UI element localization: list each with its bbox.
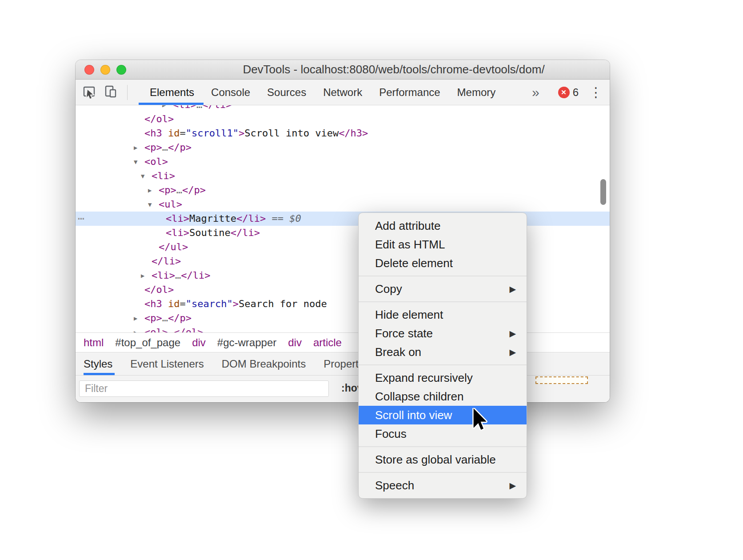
menu-item-scroll-into-view[interactable]: Scroll into view (359, 406, 527, 424)
code-token: … (162, 142, 168, 153)
tree-row[interactable]: ▶<p>…</p> (76, 183, 610, 197)
menu-item-speech[interactable]: Speech▶ (359, 476, 527, 495)
disclosure-expanded-icon[interactable]: ▼ (141, 169, 144, 183)
menu-separator (359, 472, 527, 473)
disclosure-collapsed-icon[interactable]: ▶ (162, 105, 166, 112)
more-dots-indicator[interactable]: ⋯ (78, 212, 83, 226)
devtools-menu-button[interactable]: ⋮ (586, 84, 606, 100)
code-token: </p> (168, 312, 192, 324)
code-token: Scroll into view (244, 128, 339, 139)
menu-item-edit-as-html[interactable]: Edit as HTML (359, 235, 527, 254)
code-token: </ol> (144, 284, 174, 295)
sidebar-tab-event-listeners[interactable]: Event Listeners (130, 358, 204, 370)
menu-item-expand-recursively[interactable]: Expand recursively (359, 368, 527, 387)
close-button[interactable] (84, 65, 94, 75)
code-token: </ul> (159, 241, 188, 252)
breadcrumb: html#top_of_pagediv#gc-wrapperdivarticle (76, 332, 610, 352)
code-token: Soutine (189, 227, 231, 238)
tree-row[interactable]: ▼<ol> (76, 155, 610, 169)
menu-item-collapse-children[interactable]: Collapse children (359, 387, 527, 406)
tree-row[interactable]: <li>Soutine</li> (76, 226, 610, 240)
minimize-button[interactable] (100, 65, 110, 75)
tree-row[interactable]: </ul> (76, 240, 610, 254)
tab-network[interactable]: Network (323, 80, 362, 105)
inspect-element-button[interactable] (82, 85, 97, 100)
titlebar[interactable]: DevTools - localhost:8080/web/tools/chro… (76, 60, 610, 80)
tree-row[interactable]: <h3 id="scroll1">Scroll into view</h3> (76, 126, 610, 140)
tree-row[interactable]: ▶<p>…</p> (76, 140, 610, 155)
tree-row[interactable]: ▶<li>…</li> (76, 268, 610, 283)
code-token: = (180, 298, 185, 309)
window-title: DevTools - localhost:8080/web/tools/chro… (76, 60, 610, 79)
tab-sources[interactable]: Sources (267, 80, 306, 105)
breadcrumb-div[interactable]: div (288, 336, 302, 349)
code-token: <p> (144, 312, 162, 324)
code-token: <ol> (144, 327, 168, 332)
vertical-scrollbar-thumb[interactable] (600, 179, 606, 205)
sidebar-tab-styles[interactable]: Styles (84, 358, 112, 370)
code-token: … (196, 105, 202, 110)
tree-row[interactable]: </li> (76, 254, 610, 268)
tab-elements[interactable]: Elements (150, 80, 194, 105)
tree-row[interactable]: <h3 id="search">Search for node (76, 297, 610, 311)
context-menu: Add attributeEdit as HTMLDelete elementC… (358, 212, 527, 499)
breadcrumb-div[interactable]: div (192, 336, 206, 349)
submenu-arrow-icon: ▶ (509, 324, 516, 343)
sidebar-tab-dom-breakpoints[interactable]: DOM Breakpoints (222, 358, 306, 370)
tab-memory[interactable]: Memory (457, 80, 496, 105)
toggle-device-toolbar-button[interactable] (103, 85, 118, 100)
code-token: </li> (231, 227, 260, 238)
disclosure-expanded-icon[interactable]: ▼ (134, 155, 137, 169)
disclosure-collapsed-icon[interactable]: ▶ (148, 183, 152, 197)
menu-item-hide-element[interactable]: Hide element (359, 305, 527, 324)
menu-item-label: Store as global variable (375, 453, 496, 466)
code-token: </p> (168, 142, 192, 153)
error-count: 6 (573, 86, 579, 99)
tree-row[interactable]: ▶<li>…</li> (76, 105, 610, 112)
tree-row[interactable]: ▶<ol>…</ol> (76, 325, 610, 332)
menu-item-store-as-global-variable[interactable]: Store as global variable (359, 450, 527, 469)
code-token: <ol> (144, 156, 168, 167)
code-token: <h3 (144, 128, 168, 139)
menu-separator (359, 276, 527, 276)
menu-item-break-on[interactable]: Break on▶ (359, 343, 527, 361)
disclosure-collapsed-icon[interactable]: ▶ (134, 325, 137, 332)
breadcrumb-article[interactable]: article (313, 336, 342, 349)
console-error-badge[interactable]: ✕ 6 (558, 86, 579, 99)
menu-item-label: Break on (375, 345, 421, 359)
zoom-button[interactable] (116, 65, 126, 75)
tree-row[interactable]: ▶<p>…</p> (76, 311, 610, 325)
tree-row[interactable]: </ol> (76, 283, 610, 297)
menu-item-add-attribute[interactable]: Add attribute (359, 216, 527, 235)
tree-row[interactable]: </ol> (76, 112, 610, 126)
disclosure-collapsed-icon[interactable]: ▶ (134, 140, 137, 155)
code-token: == (266, 213, 289, 224)
code-token: </p> (182, 184, 206, 196)
tab-performance[interactable]: Performance (379, 80, 440, 105)
tree-row[interactable]: ▼<li> (76, 169, 610, 183)
menu-item-focus[interactable]: Focus (359, 424, 527, 443)
menu-item-delete-element[interactable]: Delete element (359, 254, 527, 272)
breadcrumb-html[interactable]: html (84, 336, 104, 349)
menu-item-label: Edit as HTML (375, 238, 445, 251)
disclosure-expanded-icon[interactable]: ▼ (148, 197, 152, 212)
menu-item-force-state[interactable]: Force state▶ (359, 324, 527, 343)
disclosure-collapsed-icon[interactable]: ▶ (141, 268, 144, 283)
more-tabs-button[interactable]: » (532, 85, 539, 100)
toolbar-divider (127, 85, 128, 100)
menu-item-label: Speech (375, 479, 414, 492)
filter-input[interactable] (79, 380, 329, 397)
tree-row[interactable]: ⋯<li>Magritte</li> == $0 (76, 212, 610, 226)
menu-item-label: Scroll into view (375, 408, 452, 422)
tab-console[interactable]: Console (211, 80, 250, 105)
code-token: <ul> (159, 199, 182, 210)
menu-item-copy[interactable]: Copy▶ (359, 280, 527, 298)
breadcrumb--top-of-page[interactable]: #top_of_page (115, 336, 180, 349)
breadcrumb--gc-wrapper[interactable]: #gc-wrapper (217, 336, 276, 349)
tree-row[interactable]: ▼<ul> (76, 197, 610, 212)
disclosure-collapsed-icon[interactable]: ▶ (134, 311, 137, 325)
code-token: Search for node (239, 298, 327, 309)
code-token: <p> (144, 142, 162, 153)
inspect-cursor-icon (82, 84, 96, 100)
code-token: </h3> (339, 128, 368, 139)
